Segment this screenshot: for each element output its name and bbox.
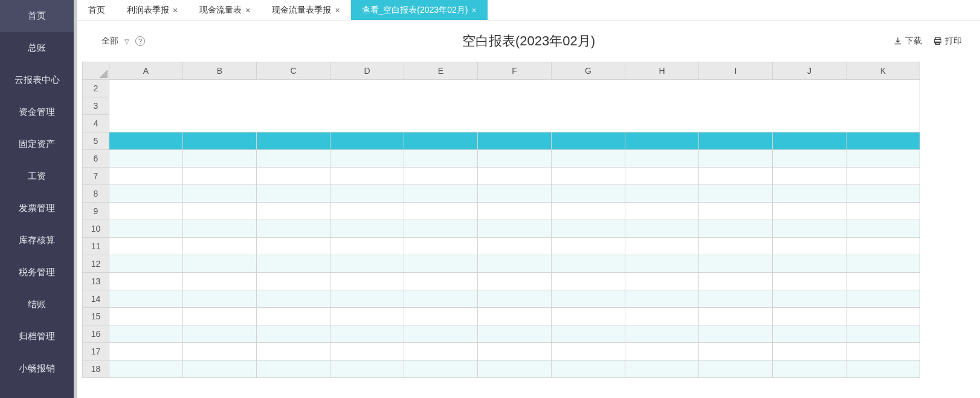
cell-G5[interactable] <box>552 132 625 150</box>
cell-J17[interactable] <box>773 343 846 360</box>
cell-D11[interactable] <box>330 238 404 255</box>
cell-C14[interactable] <box>257 290 330 308</box>
sheet-corner[interactable] <box>83 62 109 80</box>
row-header-5[interactable]: 5 <box>83 132 109 150</box>
row-header-14[interactable]: 14 <box>83 290 109 308</box>
cell-G10[interactable] <box>552 220 625 238</box>
cell-K16[interactable] <box>846 325 920 343</box>
cell-F18[interactable] <box>478 360 552 378</box>
cell-B10[interactable] <box>183 220 257 238</box>
cell-A8[interactable] <box>109 185 183 203</box>
cell-H7[interactable] <box>625 168 699 185</box>
cell-E9[interactable] <box>404 203 478 220</box>
cell-D14[interactable] <box>330 290 404 308</box>
tab-1[interactable]: 利润表季报× <box>116 0 189 20</box>
row-header-18[interactable]: 18 <box>83 360 109 378</box>
sidebar-item-11[interactable]: 小畅报销 <box>0 353 74 385</box>
cell-H9[interactable] <box>625 203 699 220</box>
cell-D16[interactable] <box>330 325 404 343</box>
cell-I17[interactable] <box>699 343 773 360</box>
sidebar-item-4[interactable]: 固定资产 <box>0 128 74 160</box>
cell-A13[interactable] <box>109 273 183 290</box>
cell-F9[interactable] <box>478 203 552 220</box>
cell-I10[interactable] <box>699 220 773 238</box>
cell-K5[interactable] <box>846 132 920 150</box>
cell-K15[interactable] <box>846 308 920 325</box>
cell-C8[interactable] <box>257 185 330 203</box>
cell-D12[interactable] <box>330 255 404 273</box>
column-header-A[interactable]: A <box>109 62 183 80</box>
cell-F16[interactable] <box>478 325 552 343</box>
cell-F12[interactable] <box>478 255 552 273</box>
cell-B9[interactable] <box>183 203 257 220</box>
cell-F6[interactable] <box>478 150 552 168</box>
cell-A18[interactable] <box>109 360 183 378</box>
spreadsheet-container[interactable]: ABCDEFGHIJK23456789101112131415161718 <box>77 62 980 398</box>
cell-E12[interactable] <box>404 255 478 273</box>
cell-C11[interactable] <box>257 238 330 255</box>
cell-E18[interactable] <box>404 360 478 378</box>
cell-C17[interactable] <box>257 343 330 360</box>
cell-F5[interactable] <box>478 132 552 150</box>
cell-E5[interactable] <box>404 132 478 150</box>
cell-K10[interactable] <box>846 220 920 238</box>
cell-C18[interactable] <box>257 360 330 378</box>
row-header-3[interactable]: 3 <box>83 97 109 115</box>
close-icon[interactable]: × <box>245 5 250 15</box>
cell-H16[interactable] <box>625 325 699 343</box>
cell-K14[interactable] <box>846 290 920 308</box>
cell-J12[interactable] <box>773 255 846 273</box>
close-icon[interactable]: × <box>335 5 340 15</box>
cell-D7[interactable] <box>330 168 404 185</box>
cell-E16[interactable] <box>404 325 478 343</box>
sidebar-item-7[interactable]: 库存核算 <box>0 224 74 256</box>
cell-H15[interactable] <box>625 308 699 325</box>
cell-J8[interactable] <box>773 185 846 203</box>
cell-I5[interactable] <box>699 132 773 150</box>
cell-A10[interactable] <box>109 220 183 238</box>
sidebar-item-0[interactable]: 首页 <box>0 0 74 32</box>
cell-C10[interactable] <box>257 220 330 238</box>
cell-H10[interactable] <box>625 220 699 238</box>
cell-B13[interactable] <box>183 273 257 290</box>
cell-E7[interactable] <box>404 168 478 185</box>
cell-I12[interactable] <box>699 255 773 273</box>
cell-J14[interactable] <box>773 290 846 308</box>
cell-A15[interactable] <box>109 308 183 325</box>
column-header-B[interactable]: B <box>183 62 257 80</box>
sidebar-item-6[interactable]: 发票管理 <box>0 192 74 224</box>
cell-K18[interactable] <box>846 360 920 378</box>
column-header-K[interactable]: K <box>846 62 920 80</box>
cell-K13[interactable] <box>846 273 920 290</box>
cell-C7[interactable] <box>257 168 330 185</box>
cell-A6[interactable] <box>109 150 183 168</box>
row-header-13[interactable]: 13 <box>83 273 109 290</box>
print-button[interactable]: 打印 <box>933 36 962 47</box>
tab-3[interactable]: 现金流量表季报× <box>261 0 350 20</box>
cell-I16[interactable] <box>699 325 773 343</box>
cell-D17[interactable] <box>330 343 404 360</box>
cell-H11[interactable] <box>625 238 699 255</box>
column-header-H[interactable]: H <box>625 62 699 80</box>
cell-J7[interactable] <box>773 168 846 185</box>
cell-J6[interactable] <box>773 150 846 168</box>
cell-F8[interactable] <box>478 185 552 203</box>
cell-H18[interactable] <box>625 360 699 378</box>
row-header-6[interactable]: 6 <box>83 150 109 168</box>
cell-A9[interactable] <box>109 203 183 220</box>
row-header-9[interactable]: 9 <box>83 203 109 220</box>
cell-J5[interactable] <box>773 132 846 150</box>
tab-2[interactable]: 现金流量表× <box>189 0 261 20</box>
cell-E10[interactable] <box>404 220 478 238</box>
row-header-10[interactable]: 10 <box>83 220 109 238</box>
row-header-11[interactable]: 11 <box>83 238 109 255</box>
column-header-D[interactable]: D <box>330 62 404 80</box>
cell-I11[interactable] <box>699 238 773 255</box>
column-header-F[interactable]: F <box>478 62 552 80</box>
sidebar-item-1[interactable]: 总账 <box>0 32 74 64</box>
close-icon[interactable]: × <box>173 5 178 15</box>
cell-E17[interactable] <box>404 343 478 360</box>
cell-B15[interactable] <box>183 308 257 325</box>
cell-J16[interactable] <box>773 325 846 343</box>
cell-K8[interactable] <box>846 185 920 203</box>
